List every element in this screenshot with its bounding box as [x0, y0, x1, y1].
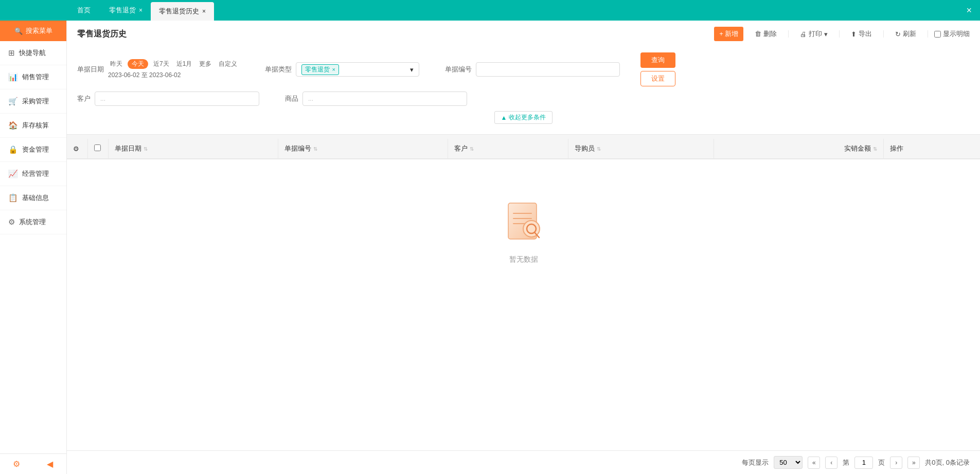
sidebar-item-system-mgmt[interactable]: ⚙ 系统管理: [0, 210, 66, 234]
refresh-icon: ↻: [895, 30, 901, 38]
table-header-row: ⚙ 单据日期 ⇅ 单据编号: [67, 139, 980, 159]
setup-button[interactable]: 设置: [640, 71, 675, 86]
toolbar-divider-1: [788, 30, 789, 38]
new-button[interactable]: + 新增: [714, 27, 743, 41]
date-range-display: 2023-06-02 至 2023-06-02: [108, 71, 239, 80]
customer-ellipsis: ...: [100, 95, 105, 102]
sidebar-search[interactable]: 🔍 搜索菜单: [0, 21, 66, 41]
page-input[interactable]: [854, 457, 873, 469]
per-page-select[interactable]: 20 50 100: [774, 456, 803, 469]
collapse-button[interactable]: ▲ 收起更多条件: [494, 111, 553, 124]
sidebar-item-purchase-mgmt[interactable]: 🛒 采购管理: [0, 89, 66, 114]
today-shortcut[interactable]: 今天: [128, 59, 148, 69]
sort-bill-number-icon: ⇅: [313, 146, 317, 152]
goods-filter-group: 商品 ...: [285, 92, 467, 106]
last-page-btn[interactable]: »: [907, 457, 920, 469]
window-close-button[interactable]: ×: [966, 5, 972, 16]
refresh-button[interactable]: ↻ 刷新: [890, 27, 921, 41]
delete-button[interactable]: 🗑 删除: [750, 27, 782, 41]
system-icon: ⚙: [8, 217, 15, 227]
total-label: 共0页, 0条记录: [925, 458, 970, 467]
more-shortcut[interactable]: 更多: [197, 59, 213, 69]
inventory-icon: 🏠: [8, 121, 18, 130]
goods-ellipsis: ...: [308, 95, 313, 102]
content-area: 零售退货历史 + 新增 🗑 删除 🖨 打印 ▾ ⬆ 导出: [67, 21, 980, 474]
sidebar-item-basic-info[interactable]: 📋 基础信息: [0, 186, 66, 210]
top-bar: 首页 零售退货 × 零售退货历史 × ×: [0, 0, 980, 21]
sidebar-item-operation-mgmt[interactable]: 📈 经营管理: [0, 162, 66, 186]
show-detail-input[interactable]: [934, 31, 941, 38]
sidebar-item-inventory-mgmt[interactable]: 🏠 库存核算: [0, 114, 66, 138]
th-guide[interactable]: 导购员 ⇅: [568, 139, 714, 159]
date-shortcuts-list: 昨天 今天 近7天 近1月 更多 自定义: [108, 59, 239, 69]
last7-shortcut[interactable]: 近7天: [151, 59, 171, 69]
prev-page-btn[interactable]: ‹: [825, 457, 838, 469]
page-title: 零售退货历史: [77, 29, 127, 40]
bill-type-select[interactable]: 零售退货 × ▾: [296, 62, 419, 77]
sidebar-item-finance-mgmt[interactable]: 🔒 资金管理: [0, 138, 66, 162]
show-detail-checkbox[interactable]: 显示明细: [934, 29, 970, 39]
custom-shortcut[interactable]: 自定义: [217, 59, 239, 69]
th-amount[interactable]: 实销金额 ⇅: [714, 139, 883, 159]
toolbar: + 新增 🗑 删除 🖨 打印 ▾ ⬆ 导出 ↻: [714, 27, 970, 41]
export-button[interactable]: ⬆ 导出: [846, 27, 877, 41]
bill-number-input[interactable]: [476, 62, 620, 77]
finance-icon: 🔒: [8, 145, 18, 154]
th-bill-date[interactable]: 单据日期 ⇅: [108, 139, 278, 159]
toolbar-divider-2: [839, 30, 840, 38]
page-title-row: 零售退货历史 + 新增 🗑 删除 🖨 打印 ▾ ⬆ 导出: [77, 27, 970, 41]
date-filter-label: 单据日期: [77, 65, 104, 74]
th-settings: ⚙: [67, 139, 87, 159]
customer-select[interactable]: ...: [95, 92, 259, 106]
date-shortcuts: 昨天 今天 近7天 近1月 更多 自定义 2023-06-02 至 2023-0…: [108, 59, 239, 80]
goods-select[interactable]: ...: [302, 92, 467, 106]
print-button[interactable]: 🖨 打印 ▾: [795, 27, 833, 41]
data-table: ⚙ 单据日期 ⇅ 单据编号: [67, 139, 980, 159]
tab-home[interactable]: 首页: [67, 0, 101, 21]
close-tab-retail-return[interactable]: ×: [139, 7, 142, 14]
sidebar-item-sales-mgmt[interactable]: 📊 销售管理: [0, 65, 66, 89]
th-bill-number[interactable]: 单据编号 ⇅: [278, 139, 448, 159]
empty-icon: [498, 200, 549, 247]
per-page-label: 每页显示: [742, 458, 769, 467]
basic-info-icon: 📋: [8, 193, 18, 203]
filter-row-1: 单据日期 昨天 今天 近7天 近1月 更多 自定义 2023-06-02 至 2…: [77, 52, 970, 86]
close-tab-retail-return-history[interactable]: ×: [202, 8, 206, 15]
collapse-icon: ▲: [501, 114, 507, 121]
table-header: ⚙ 单据日期 ⇅ 单据编号: [67, 139, 980, 159]
bill-number-label: 单据编号: [445, 65, 472, 74]
sidebar-settings-btn[interactable]: ⚙: [0, 454, 33, 474]
table-container: ⚙ 单据日期 ⇅ 单据编号: [67, 139, 980, 450]
sidebar-bottom: ⚙ ◀: [0, 453, 66, 474]
search-icon: 🔍: [14, 27, 23, 35]
toolbar-divider-3: [883, 30, 884, 38]
th-customer[interactable]: 客户 ⇅: [448, 139, 568, 159]
query-button[interactable]: 查询: [640, 52, 675, 68]
quick-nav-icon: ⊞: [8, 48, 15, 58]
page-unit-label: 页: [878, 458, 885, 467]
pagination-bar: 每页显示 20 50 100 « ‹ 第 页 › » 共0页, 0条记录: [67, 450, 980, 474]
purchase-icon: 🛒: [8, 97, 18, 106]
bill-type-tag: 零售退货 ×: [301, 64, 338, 75]
bill-type-filter-group: 单据类型 零售退货 × ▾: [265, 62, 419, 77]
bill-type-tag-remove[interactable]: ×: [332, 66, 335, 72]
tab-retail-return[interactable]: 零售退货 ×: [101, 0, 151, 21]
customer-filter-group: 客户 ...: [77, 92, 259, 106]
next-page-btn[interactable]: ›: [890, 457, 902, 469]
select-all-checkbox[interactable]: [94, 144, 101, 151]
sidebar-item-quick-nav[interactable]: ⊞ 快捷导航: [0, 41, 66, 65]
print-icon: 🖨: [800, 30, 807, 38]
sidebar: 🔍 搜索菜单 ⊞ 快捷导航 📊 销售管理 🛒 采购管理 🏠 库存核算 🔒 资金管…: [0, 21, 67, 474]
bill-number-filter-group: 单据编号: [445, 62, 620, 77]
page-header: 零售退货历史 + 新增 🗑 删除 🖨 打印 ▾ ⬆ 导出: [67, 21, 980, 135]
sidebar-collapse-btn[interactable]: ◀: [33, 454, 67, 474]
first-page-btn[interactable]: «: [808, 457, 820, 469]
settings-icon[interactable]: ⚙: [73, 145, 79, 153]
date-filter-group: 单据日期 昨天 今天 近7天 近1月 更多 自定义 2023-06-02 至 2…: [77, 59, 239, 80]
tab-retail-return-history[interactable]: 零售退货历史 ×: [151, 2, 214, 21]
last-month-shortcut[interactable]: 近1月: [174, 59, 194, 69]
sales-icon: 📊: [8, 72, 18, 82]
yesterday-shortcut[interactable]: 昨天: [108, 59, 124, 69]
sort-customer-icon: ⇅: [470, 146, 474, 152]
toolbar-divider-4: [928, 30, 928, 38]
